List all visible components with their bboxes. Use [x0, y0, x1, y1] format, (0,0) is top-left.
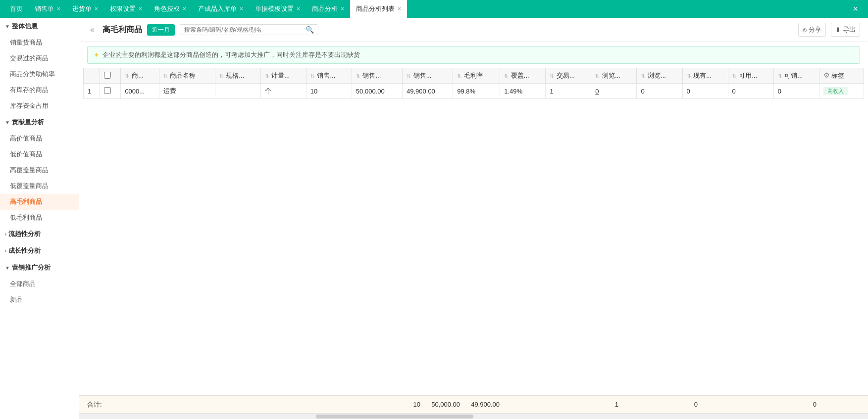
- close-analysis-list-tab[interactable]: ×: [398, 5, 401, 12]
- col-stock-now[interactable]: ⇅ 现有...: [682, 68, 728, 84]
- share-button[interactable]: ⎋ 分享: [798, 23, 826, 37]
- close-role-tab[interactable]: ×: [183, 5, 186, 12]
- col-gross-rate[interactable]: ⇅ 毛利率: [453, 68, 500, 84]
- window-close-button[interactable]: ×: [847, 4, 864, 14]
- col-transactions[interactable]: ⇅ 交易...: [546, 68, 591, 84]
- sidebar-item-all-goods[interactable]: 全部商品: [0, 276, 79, 292]
- close-purchase-tab[interactable]: ×: [95, 5, 98, 12]
- col-sales-amt[interactable]: ⇅ 销售...: [352, 68, 402, 84]
- scrollbar-thumb[interactable]: [316, 415, 474, 419]
- footer-browse2: 0: [662, 401, 702, 408]
- row-checkbox[interactable]: [104, 87, 111, 94]
- sidebar-item-in-stock-goods[interactable]: 有库存的商品: [0, 82, 79, 98]
- export-icon: ⬇: [835, 26, 841, 34]
- col-index: [84, 68, 100, 84]
- nav-item-analysis-list[interactable]: 商品分析列表 ×: [350, 0, 407, 18]
- sort-code-icon: ⇅: [125, 73, 129, 79]
- col-tag[interactable]: ⚙ 标签: [819, 68, 864, 84]
- table-wrap: ⇅ 商... ⇅ 商品名称 ⇅ 规格... ⇅: [83, 68, 864, 395]
- row-browse2: 0: [637, 84, 682, 99]
- col-stock-usable[interactable]: ⇅ 可用...: [728, 68, 773, 84]
- footer-total: 合计: 10 50,000.00 49,900.00 1 0 0: [79, 395, 868, 413]
- sidebar-item-high-value[interactable]: 高价值商品: [0, 131, 79, 146]
- export-button[interactable]: ⬇ 导出: [831, 23, 860, 37]
- nav-item-template[interactable]: 单据模板设置 ×: [249, 0, 306, 18]
- nav-item-permission[interactable]: 权限设置 ×: [104, 0, 148, 18]
- sort-browse2-icon: ⇅: [641, 73, 645, 79]
- row-index: 1: [84, 84, 100, 99]
- select-all-checkbox[interactable]: [104, 72, 111, 79]
- row-browse1[interactable]: 0: [591, 84, 637, 99]
- close-analysis-tab[interactable]: ×: [341, 5, 344, 12]
- row-checkbox-cell: [100, 84, 121, 99]
- col-code[interactable]: ⇅ 商...: [121, 68, 159, 84]
- footer-sales-amt: 50,000.00: [424, 401, 464, 408]
- horizontal-scrollbar[interactable]: [79, 413, 868, 419]
- footer-label: 合计:: [87, 400, 110, 409]
- collapse-sidebar-button[interactable]: «: [87, 24, 98, 35]
- sort-gross-rate-icon: ⇅: [457, 73, 461, 79]
- nav-item-role[interactable]: 角色授权 ×: [148, 0, 192, 18]
- sidebar-section-marketing[interactable]: ▼ 营销推广分析: [0, 259, 79, 276]
- sidebar-item-low-value[interactable]: 低价值商品: [0, 146, 79, 162]
- sidebar-section-contribution[interactable]: ▼ 贡献量分析: [0, 114, 79, 131]
- row-tag: 高收入: [819, 84, 864, 99]
- col-browse2[interactable]: ⇅ 浏览...: [637, 68, 682, 84]
- col-browse1[interactable]: ⇅ 浏览...: [591, 68, 637, 84]
- nav-item-home[interactable]: 首页: [4, 0, 29, 18]
- close-template-tab[interactable]: ×: [297, 5, 300, 12]
- close-permission-tab[interactable]: ×: [139, 5, 142, 12]
- row-name[interactable]: 运费: [159, 84, 215, 99]
- col-name[interactable]: ⇅ 商品名称: [159, 68, 215, 84]
- close-sales-tab[interactable]: ×: [57, 5, 60, 12]
- col-sales-qty[interactable]: ⇅ 销售...: [306, 68, 352, 84]
- sort-sales-profit-icon: ⇅: [407, 73, 410, 79]
- search-input[interactable]: [184, 26, 306, 33]
- nav-item-analysis[interactable]: 商品分析 ×: [306, 0, 350, 18]
- sort-unit-icon: ⇅: [265, 73, 269, 79]
- content-header: « 高毛利商品 近一月 🔍 ⎋ 分享 ⬇ 导出: [79, 18, 868, 42]
- row-sales-amt: 50,000.00: [352, 84, 402, 99]
- arrow-growth: ›: [5, 248, 6, 254]
- sidebar-section-growth[interactable]: › 成长性分析: [0, 242, 79, 259]
- col-unit[interactable]: ⇅ 计量...: [260, 68, 306, 84]
- settings-col-icon[interactable]: ⚙: [823, 71, 830, 79]
- sidebar-item-low-margin[interactable]: 低毛利商品: [0, 210, 79, 226]
- search-icon[interactable]: 🔍: [306, 26, 314, 34]
- sidebar-item-category-rate[interactable]: 商品分类助销率: [0, 66, 79, 82]
- nav-item-sales[interactable]: 销售单 ×: [29, 0, 66, 18]
- col-sales-profit[interactable]: ⇅ 销售...: [403, 68, 453, 84]
- col-stock-saleable[interactable]: ⇅ 可销...: [773, 68, 819, 84]
- sort-stock-saleable-icon: ⇅: [778, 73, 782, 79]
- row-coverage: 1.49%: [500, 84, 546, 99]
- row-gross-rate: 99.8%: [453, 84, 500, 99]
- sidebar-item-low-coverage[interactable]: 低覆盖量商品: [0, 178, 79, 194]
- arrow-contribution: ▼: [5, 120, 10, 125]
- footer-sales-profit: 49,900.00: [464, 401, 504, 408]
- close-product-in-tab[interactable]: ×: [240, 5, 243, 12]
- info-icon: ✦: [94, 51, 100, 59]
- share-icon: ⎋: [803, 26, 807, 34]
- nav-item-purchase[interactable]: 进货单 ×: [66, 0, 104, 18]
- sidebar-item-sales-goods[interactable]: 销量货商品: [0, 35, 79, 50]
- sidebar-section-flow[interactable]: › 流趋性分析: [0, 226, 79, 242]
- time-filter-button[interactable]: 近一月: [147, 24, 175, 36]
- sidebar-item-high-coverage[interactable]: 高覆盖量商品: [0, 162, 79, 178]
- row-stock-now: 0: [682, 84, 728, 99]
- sort-name-icon: ⇅: [163, 73, 167, 79]
- sort-sales-qty-icon: ⇅: [310, 73, 314, 79]
- row-spec: [215, 84, 260, 99]
- row-unit: 个: [260, 84, 306, 99]
- sidebar-item-high-margin[interactable]: 高毛利商品: [0, 194, 79, 210]
- sidebar-item-traded-goods[interactable]: 交易过的商品: [0, 50, 79, 66]
- nav-item-product-in[interactable]: 产成品入库单 ×: [192, 0, 249, 18]
- col-coverage[interactable]: ⇅ 覆盖...: [500, 68, 546, 84]
- sidebar-item-new-goods[interactable]: 新品: [0, 292, 79, 308]
- col-spec[interactable]: ⇅ 规格...: [215, 68, 260, 84]
- data-table: ⇅ 商... ⇅ 商品名称 ⇅ 规格... ⇅: [83, 68, 864, 99]
- sidebar-section-overall[interactable]: ▼ 整体信息: [0, 18, 79, 35]
- footer-stock-saleable: 0: [781, 401, 820, 408]
- content-area: « 高毛利商品 近一月 🔍 ⎋ 分享 ⬇ 导出 ✦ 企业的主要的利润都是这部分商…: [79, 18, 868, 419]
- top-nav: 首页 销售单 × 进货单 × 权限设置 × 角色授权 × 产成品入库单 × 单据…: [0, 0, 868, 18]
- sidebar-item-stock-capital[interactable]: 库存资金占用: [0, 98, 79, 114]
